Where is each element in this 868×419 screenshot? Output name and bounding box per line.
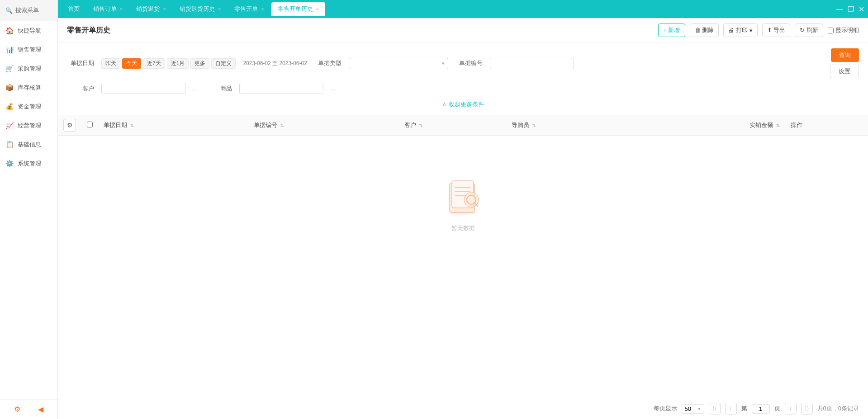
- show-detail-label-text: 显示明细: [835, 26, 859, 34]
- tab-label-retail-open: 零售开单: [234, 5, 258, 13]
- customer-label: 客户: [67, 85, 94, 93]
- window-minimize-btn[interactable]: —: [836, 5, 843, 13]
- per-page-select[interactable]: 2050100200: [682, 404, 704, 414]
- col-doc-date: 单据日期 ⇅: [98, 115, 248, 136]
- page-suffix: 页: [774, 405, 780, 413]
- doc-type-select[interactable]: [349, 58, 448, 69]
- query-button[interactable]: 查询: [831, 48, 859, 62]
- tab-close-sales-return-history[interactable]: ×: [218, 6, 221, 12]
- show-detail-checkbox-label[interactable]: 显示明细: [828, 26, 859, 34]
- main-area: 首页销售订单×销货退货×销货退货历史×零售开单×零售开单历史× — ❐ ✕ 零售…: [58, 0, 868, 419]
- doc-no-input[interactable]: [490, 58, 574, 69]
- col-amount-label: 实销金额: [749, 122, 773, 128]
- tab-close-retail-open-history[interactable]: ×: [316, 6, 319, 12]
- column-settings-btn[interactable]: ⚙: [63, 119, 76, 132]
- date-btn-last7[interactable]: 近7天: [143, 58, 165, 69]
- filter-area: 单据日期 昨天今天近7天近1月更多自定义 2023-06-02 至 2023-0…: [58, 43, 868, 115]
- empty-state: 暂无数据: [58, 136, 868, 268]
- page-number-input[interactable]: [752, 404, 770, 414]
- sidebar-icon-finance: 💰: [5, 103, 14, 111]
- delete-button[interactable]: 🗑 删除: [690, 24, 719, 37]
- sidebar-item-sales-mgmt[interactable]: 📊销售管理: [0, 40, 57, 59]
- col-doc-date-label: 单据日期: [104, 122, 127, 128]
- customer-sort-icon[interactable]: ⇅: [419, 123, 422, 128]
- tab-sales-order[interactable]: 销售订单×: [87, 2, 129, 16]
- window-restore-btn[interactable]: ❐: [848, 5, 854, 14]
- sidebar-icon-inventory: 📦: [5, 84, 14, 92]
- per-page-select-wrapper: 2050100200: [682, 404, 704, 414]
- goods-lookup-btn[interactable]: ...: [331, 85, 336, 92]
- export-button[interactable]: ⬆ 导出: [762, 24, 791, 37]
- sidebar-bottom: ⚙ ◀: [0, 399, 57, 419]
- tab-retail-open-history[interactable]: 零售开单历史×: [271, 2, 325, 16]
- collapse-icon[interactable]: ◀: [38, 405, 43, 414]
- sidebar-item-basic-info[interactable]: 📋基础信息: [0, 135, 57, 154]
- last-page-btn[interactable]: ⟩⟩: [801, 403, 813, 414]
- customer-lookup-btn[interactable]: ...: [193, 85, 198, 92]
- tab-retail-open[interactable]: 零售开单×: [228, 2, 270, 16]
- tab-label-retail-open-history: 零售开单历史: [278, 5, 313, 13]
- col-salesperson: 导购员 ⇅: [506, 115, 635, 136]
- tab-close-retail-open[interactable]: ×: [261, 6, 264, 12]
- tab-label-sales-return: 销货退货: [136, 5, 160, 13]
- sidebar-label-sales-mgmt: 销售管理: [18, 46, 41, 54]
- print-icon: 🖨 打印: [728, 26, 748, 34]
- add-button[interactable]: + 新增: [658, 24, 685, 37]
- tab-sales-return-history[interactable]: 销货退货历史×: [173, 2, 227, 16]
- date-range-display: 2023-06-02 至 2023-06-02: [243, 60, 307, 67]
- sidebar-item-sys-mgmt[interactable]: ⚙️系统管理: [0, 154, 57, 173]
- sidebar-item-finance[interactable]: 💰资金管理: [0, 97, 57, 116]
- date-btn-more[interactable]: 更多: [190, 58, 209, 69]
- date-btn-custom[interactable]: 自定义: [211, 58, 236, 69]
- tab-close-sales-return[interactable]: ×: [163, 6, 166, 12]
- col-customer-label: 客户: [404, 122, 416, 128]
- page-header: 零售开单历史 + 新增 🗑 删除 🖨 打印 ▾ ⬆ 导出 ↻ 刷新 显示明细: [58, 18, 868, 43]
- goods-input[interactable]: [239, 83, 323, 94]
- sidebar-icon-operation: 📈: [5, 122, 14, 130]
- prev-page-btn[interactable]: ⟨: [725, 403, 737, 414]
- sidebar-search[interactable]: 🔍 搜索采单: [0, 0, 57, 21]
- customer-input[interactable]: [101, 83, 185, 94]
- search-icon: 🔍: [5, 7, 13, 14]
- sidebar-label-purchase-mgmt: 采购管理: [18, 65, 41, 73]
- select-all-checkbox[interactable]: [87, 122, 93, 127]
- collapse-bar[interactable]: ∧ 收起更多条件: [67, 99, 859, 112]
- next-page-btn[interactable]: ⟩: [785, 403, 797, 414]
- print-arrow-icon: ▾: [749, 27, 753, 34]
- salesperson-sort-icon[interactable]: ⇅: [532, 123, 536, 128]
- sidebar-icon-sales-mgmt: 📊: [5, 46, 14, 54]
- sidebar-item-inventory[interactable]: 📦库存核算: [0, 78, 57, 97]
- date-btn-yesterday[interactable]: 昨天: [101, 58, 120, 69]
- query-buttons-col: 查询 设置: [830, 48, 859, 78]
- date-btn-last_month[interactable]: 近1月: [167, 58, 189, 69]
- first-page-btn[interactable]: ⟨⟨: [709, 403, 721, 414]
- empty-icon: [441, 172, 486, 217]
- show-detail-checkbox[interactable]: [828, 28, 834, 33]
- date-btn-today[interactable]: 今天: [122, 58, 141, 69]
- tab-sales-return[interactable]: 销货退货×: [130, 2, 172, 16]
- tab-home[interactable]: 首页: [62, 2, 86, 16]
- col-action: 操作: [785, 115, 868, 136]
- set-button[interactable]: 设置: [830, 65, 859, 78]
- sidebar-label-finance: 资金管理: [18, 103, 41, 111]
- doc-date-sort-icon[interactable]: ⇅: [130, 123, 134, 128]
- col-settings: ⚙: [58, 115, 81, 136]
- sidebar-item-operation[interactable]: 📈经营管理: [0, 116, 57, 135]
- sidebar-item-quick-nav[interactable]: 🏠快捷导航: [0, 21, 57, 40]
- amount-sort-icon[interactable]: ⇅: [776, 123, 780, 128]
- col-customer: 客户 ⇅: [399, 115, 506, 136]
- sidebar-item-purchase-mgmt[interactable]: 🛒采购管理: [0, 59, 57, 78]
- settings-icon[interactable]: ⚙: [14, 405, 20, 414]
- tab-close-sales-order[interactable]: ×: [120, 6, 123, 12]
- sidebar-icon-sys-mgmt: ⚙️: [5, 160, 14, 168]
- tab-label-sales-order: 销售订单: [93, 5, 117, 13]
- print-button[interactable]: 🖨 打印 ▾: [723, 24, 758, 37]
- date-buttons: 昨天今天近7天近1月更多自定义: [101, 58, 236, 69]
- pagination: 每页显示 2050100200 ⟨⟨ ⟨ 第 页 ⟩ ⟩⟩ 共0页，0条记录: [58, 398, 868, 419]
- sidebar-icon-quick-nav: 🏠: [5, 27, 14, 35]
- data-table: ⚙ 单据日期 ⇅ 单据编号 ⇅ 客户 ⇅: [58, 115, 868, 136]
- window-close-btn[interactable]: ✕: [859, 5, 864, 14]
- toolbar: + 新增 🗑 删除 🖨 打印 ▾ ⬆ 导出 ↻ 刷新 显示明细: [658, 24, 859, 37]
- refresh-button[interactable]: ↻ 刷新: [795, 24, 823, 37]
- doc-no-sort-icon[interactable]: ⇅: [280, 123, 284, 128]
